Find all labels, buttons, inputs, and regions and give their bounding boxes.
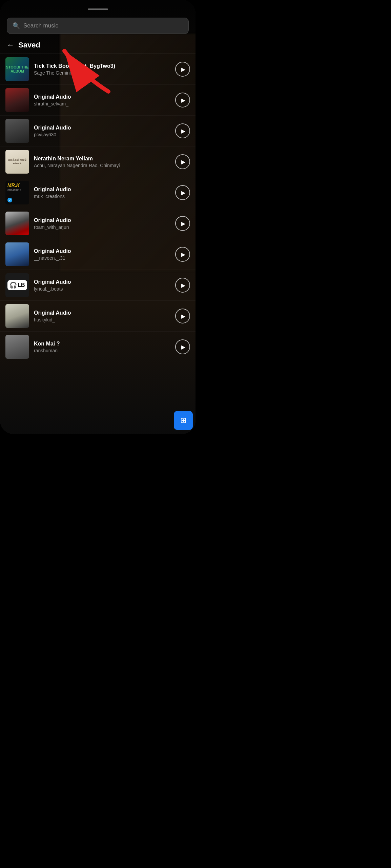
- song-title: Original Audio: [34, 217, 170, 224]
- song-title: Kon Mai ?: [34, 340, 170, 348]
- album-art: [5, 242, 29, 266]
- song-info: Kon Mai ? ranshuman: [34, 340, 170, 354]
- page-title: Saved: [18, 41, 40, 50]
- song-item: Original Audio pcvijay630 ▶: [0, 116, 196, 146]
- album-art-label: STOOBI THE ALBUM: [5, 65, 29, 73]
- phone-screen: 🔍 Search music ← Saved STOOBI THE ALBUM …: [0, 0, 196, 434]
- play-icon: ▶: [181, 251, 185, 258]
- song-artist: Sage The Gemini: [34, 70, 170, 76]
- song-info: Tick Tick Boom (feat. BygTwo3) Sage The …: [34, 63, 170, 76]
- song-item: Kon Mai ? ranshuman ▶: [0, 332, 196, 362]
- status-bar: [0, 0, 196, 15]
- song-item: 🎧 LB Original Audio lyrical._.beats ▶: [0, 270, 196, 301]
- album-art: MR.K CREATIONS ✓: [5, 181, 29, 204]
- play-icon: ▶: [181, 66, 185, 73]
- song-info: Original Audio shruthi_selvam_: [34, 94, 170, 107]
- play-button[interactable]: ▶: [175, 247, 190, 262]
- play-button[interactable]: ▶: [175, 216, 190, 231]
- play-icon: ▶: [181, 344, 185, 350]
- song-title: Original Audio: [34, 248, 170, 255]
- play-button[interactable]: ▶: [175, 93, 190, 107]
- play-button[interactable]: ▶: [175, 309, 190, 323]
- play-button[interactable]: ▶: [175, 185, 190, 200]
- song-title: Tick Tick Boom (feat. BygTwo3): [34, 63, 170, 70]
- song-item: Original Audio huskykid_ ▶: [0, 301, 196, 332]
- bottom-corner-icon[interactable]: ⊞: [174, 411, 193, 430]
- song-info: Original Audio roam_with_arjun: [34, 217, 170, 230]
- song-item: MR.K CREATIONS ✓ Original Audio mr.k_cre…: [0, 177, 196, 208]
- song-info: Original Audio huskykid_: [34, 310, 170, 323]
- album-art: [5, 119, 29, 143]
- album-art-badge: 🎧 LB: [7, 280, 27, 290]
- play-button[interactable]: ▶: [175, 62, 190, 77]
- song-list: STOOBI THE ALBUM Tick Tick Boom (feat. B…: [0, 54, 196, 362]
- song-title: Original Audio: [34, 279, 170, 286]
- song-title: Original Audio: [34, 186, 170, 193]
- play-button[interactable]: ▶: [175, 123, 190, 138]
- album-art: [5, 304, 29, 328]
- album-art: 🎧 LB: [5, 273, 29, 297]
- search-icon: 🔍: [13, 22, 20, 29]
- song-title: Nerathin Neram Yellam: [34, 155, 170, 162]
- play-icon: ▶: [181, 190, 185, 196]
- album-art: STOOBI THE ALBUM: [5, 57, 29, 81]
- play-icon: ▶: [181, 159, 185, 165]
- song-info: Original Audio __naveen._.31: [34, 248, 170, 261]
- play-icon: ▶: [181, 97, 185, 103]
- song-artist: lyrical._.beats: [34, 286, 170, 292]
- play-icon: ▶: [181, 282, 185, 289]
- album-art-label: நேரத்தின் நேரம் எல்லாம்: [5, 157, 29, 167]
- corner-icon-glyph: ⊞: [180, 416, 186, 425]
- play-icon: ▶: [181, 220, 185, 227]
- song-title: Original Audio: [34, 310, 170, 317]
- song-artist: Achu, Narayan Nagendra Rao, Chinmayi: [34, 163, 170, 168]
- song-item: Original Audio shruthi_selvam_ ▶: [0, 85, 196, 116]
- album-art: நேரத்தின் நேரம் எல்லாம்: [5, 150, 29, 174]
- verified-badge: ✓: [7, 198, 12, 202]
- play-button[interactable]: ▶: [175, 278, 190, 293]
- song-artist: __naveen._.31: [34, 255, 170, 261]
- status-pill: [88, 8, 108, 10]
- song-info: Original Audio mr.k_creations_: [34, 186, 170, 199]
- play-icon: ▶: [181, 128, 185, 134]
- song-artist: roam_with_arjun: [34, 224, 170, 230]
- song-item: நேரத்தின் நேரம் எல்லாம் Nerathin Neram Y…: [0, 146, 196, 177]
- page-header: ← Saved: [0, 38, 196, 54]
- song-artist: mr.k_creations_: [34, 194, 170, 199]
- album-art: [5, 335, 29, 359]
- album-art: [5, 88, 29, 112]
- search-container: 🔍 Search music: [0, 15, 196, 38]
- play-button[interactable]: ▶: [175, 154, 190, 169]
- song-artist: huskykid_: [34, 317, 170, 322]
- song-item: STOOBI THE ALBUM Tick Tick Boom (feat. B…: [0, 54, 196, 85]
- song-title: Original Audio: [34, 94, 170, 101]
- song-item: Original Audio roam_with_arjun ▶: [0, 208, 196, 239]
- song-info: Original Audio pcvijay630: [34, 124, 170, 138]
- song-title: Original Audio: [34, 124, 170, 132]
- album-art-label: MR.K: [7, 183, 20, 188]
- play-button[interactable]: ▶: [175, 339, 190, 354]
- album-art: [5, 212, 29, 235]
- back-button[interactable]: ←: [7, 41, 14, 50]
- play-icon: ▶: [181, 313, 185, 319]
- song-info: Original Audio lyrical._.beats: [34, 279, 170, 292]
- song-item: Original Audio __naveen._.31 ▶: [0, 239, 196, 270]
- main-content: 🔍 Search music ← Saved STOOBI THE ALBUM …: [0, 0, 196, 362]
- search-bar[interactable]: 🔍 Search music: [7, 18, 189, 34]
- search-placeholder-text: Search music: [23, 22, 58, 29]
- song-artist: ranshuman: [34, 348, 170, 353]
- song-artist: shruthi_selvam_: [34, 101, 170, 106]
- song-artist: pcvijay630: [34, 132, 170, 137]
- song-info: Nerathin Neram Yellam Achu, Narayan Nage…: [34, 155, 170, 169]
